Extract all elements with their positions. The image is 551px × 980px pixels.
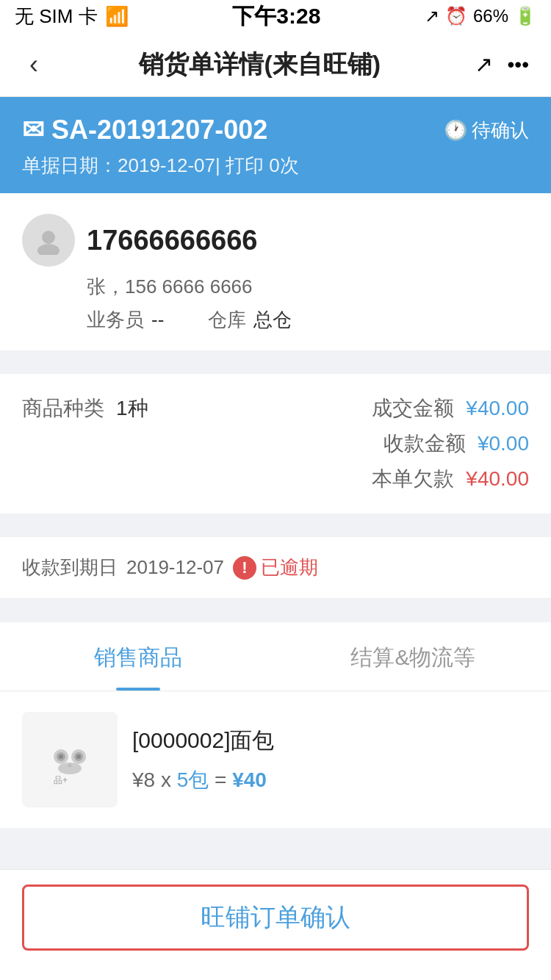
owed-value: ¥40.00 bbox=[466, 467, 529, 491]
received-label: 收款金额 bbox=[383, 430, 466, 458]
nav-actions: ↗ ••• bbox=[475, 51, 529, 77]
battery-label: 66% bbox=[473, 6, 508, 26]
status-bar: 无 SIM 卡 📶 下午3:28 ↗ ⏰ 66% 🔋 bbox=[0, 0, 551, 32]
due-date: 2019-12-07 bbox=[126, 556, 224, 579]
svg-point-0 bbox=[42, 231, 55, 244]
carrier-label: 无 SIM 卡 bbox=[15, 4, 98, 29]
summary-left: 商品种类 1种 bbox=[22, 394, 148, 422]
date-label: 单据日期： bbox=[22, 154, 118, 176]
back-button[interactable]: ‹ bbox=[22, 42, 46, 87]
print-suffix: 次 bbox=[280, 154, 299, 176]
print-count: 0 bbox=[269, 154, 279, 176]
table-row: 品+ [0000002]面包 ¥8 x 5包 = ¥40 bbox=[0, 691, 551, 829]
divider1 bbox=[0, 362, 551, 374]
status-right: ↗ ⏰ 66% 🔋 bbox=[425, 6, 536, 26]
due-label: 收款到期日 bbox=[22, 555, 118, 580]
page-title: 销货单详情(来自旺铺) bbox=[139, 48, 381, 82]
amount-label: 成交金额 bbox=[372, 394, 454, 422]
owed-label: 本单欠款 bbox=[372, 465, 454, 493]
order-header: ✉ SA-20191207-002 🕐 待确认 单据日期：2019-12-07|… bbox=[0, 97, 551, 193]
product-info: [0000002]面包 ¥8 x 5包 = ¥40 bbox=[132, 726, 529, 794]
print-label: | 打印 bbox=[215, 154, 264, 176]
product-name: [0000002]面包 bbox=[132, 726, 529, 756]
alarm-icon: ⏰ bbox=[445, 6, 467, 26]
overdue-badge: ! 已逾期 bbox=[233, 555, 318, 580]
sales-label: 业务员 bbox=[87, 307, 144, 333]
svg-point-7 bbox=[76, 754, 81, 759]
order-id-text: SA-20191207-002 bbox=[51, 115, 267, 145]
confirm-order-button[interactable]: 旺铺订单确认 bbox=[22, 884, 529, 951]
tab-products[interactable]: 销售商品 bbox=[0, 622, 276, 691]
status-text: 待确认 bbox=[472, 118, 529, 143]
svg-point-1 bbox=[37, 244, 60, 255]
product-type-value: 1种 bbox=[116, 394, 148, 422]
customer-phone: 17666666666 bbox=[87, 225, 257, 256]
total-value: ¥40 bbox=[232, 768, 267, 791]
product-list: 品+ [0000002]面包 ¥8 x 5包 = ¥40 bbox=[0, 691, 551, 829]
customer-card: 17666666666 张，156 6666 6666 业务员 -- 仓库 总仓 bbox=[0, 193, 551, 350]
battery-icon: 🔋 bbox=[514, 6, 536, 26]
due-card: 收款到期日 2019-12-07 ! 已逾期 bbox=[0, 537, 551, 599]
warehouse-meta: 仓库 总仓 bbox=[208, 307, 292, 333]
order-id: ✉ SA-20191207-002 bbox=[22, 115, 267, 145]
sales-value: -- bbox=[151, 309, 164, 331]
order-icon: ✉ bbox=[22, 115, 44, 145]
avatar bbox=[22, 214, 75, 267]
amount-row: 成交金额 ¥40.00 bbox=[372, 394, 529, 422]
tabs: 销售商品 结算&物流等 bbox=[0, 622, 551, 691]
amount-value: ¥40.00 bbox=[466, 397, 529, 420]
warehouse-label: 仓库 bbox=[208, 307, 246, 333]
divider3 bbox=[0, 610, 551, 622]
order-status: 🕐 待确认 bbox=[444, 118, 529, 143]
customer-row1: 17666666666 bbox=[22, 214, 529, 267]
warehouse-value: 总仓 bbox=[253, 307, 292, 333]
customer-name: 张，156 6666 6666 bbox=[22, 274, 529, 300]
summary-card: 商品种类 1种 成交金额 ¥40.00 收款金额 ¥0.00 本单欠款 ¥40.… bbox=[0, 374, 551, 514]
summary-right: 成交金额 ¥40.00 收款金额 ¥0.00 本单欠款 ¥40.00 bbox=[372, 394, 529, 493]
more-button[interactable]: ••• bbox=[508, 53, 529, 76]
wifi-icon: 📶 bbox=[105, 5, 129, 28]
product-price: ¥8 x 5包 = ¥40 bbox=[132, 766, 529, 794]
quantity-value: 5包 bbox=[177, 768, 209, 791]
sales-meta: 业务员 -- bbox=[87, 307, 164, 333]
price-value: ¥8 bbox=[132, 768, 155, 791]
order-date-row: 单据日期：2019-12-07| 打印 0次 bbox=[22, 153, 529, 179]
product-thumbnail: 品+ bbox=[22, 712, 118, 807]
status-time: 下午3:28 bbox=[232, 1, 320, 32]
product-type-label: 商品种类 bbox=[22, 394, 104, 422]
svg-text:品+: 品+ bbox=[54, 775, 68, 785]
svg-point-6 bbox=[59, 754, 63, 759]
owed-row: 本单欠款 ¥40.00 bbox=[372, 465, 529, 493]
tab-settlement[interactable]: 结算&物流等 bbox=[276, 622, 551, 691]
share-button[interactable]: ↗ bbox=[475, 51, 493, 77]
bottom-bar: 旺铺订单确认 bbox=[0, 869, 551, 980]
status-left: 无 SIM 卡 📶 bbox=[15, 4, 129, 29]
date-value: 2019-12-07 bbox=[118, 154, 215, 176]
received-value: ¥0.00 bbox=[478, 432, 529, 455]
overdue-text: 已逾期 bbox=[261, 555, 318, 580]
nav-bar: ‹ 销货单详情(来自旺铺) ↗ ••• bbox=[0, 32, 551, 97]
customer-meta: 业务员 -- 仓库 总仓 bbox=[22, 307, 529, 333]
divider2 bbox=[0, 525, 551, 537]
status-clock-icon: 🕐 bbox=[444, 119, 467, 142]
received-row: 收款金额 ¥0.00 bbox=[383, 430, 529, 458]
overdue-icon: ! bbox=[233, 556, 256, 580]
location-icon: ↗ bbox=[425, 6, 439, 26]
